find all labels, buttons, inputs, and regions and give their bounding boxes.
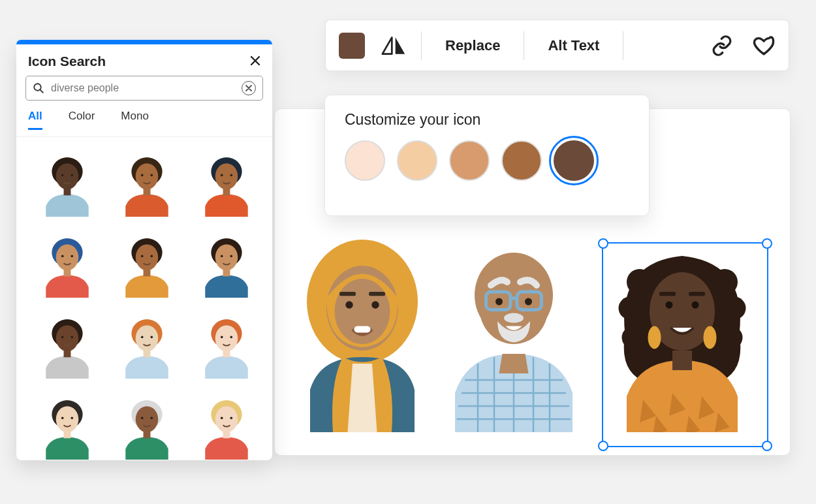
svg-point-75 — [61, 336, 64, 339]
svg-point-59 — [56, 244, 79, 270]
svg-point-95 — [141, 417, 144, 420]
skin-tone-swatch[interactable] — [554, 140, 594, 181]
svg-rect-102 — [223, 431, 230, 438]
filter-tab[interactable]: Color — [69, 110, 95, 130]
svg-point-89 — [56, 406, 79, 432]
filter-tab[interactable]: All — [28, 110, 42, 130]
svg-rect-3 — [339, 292, 356, 296]
link-button[interactable] — [710, 34, 734, 57]
canvas-avatar[interactable] — [281, 236, 444, 432]
svg-point-27 — [619, 297, 642, 320]
customize-title: Customize your icon — [345, 111, 629, 129]
svg-point-84 — [215, 325, 238, 351]
toolbar-divider — [421, 31, 422, 60]
svg-point-55 — [221, 174, 223, 177]
svg-point-6 — [371, 301, 379, 309]
icon-result[interactable] — [114, 313, 180, 379]
icon-result[interactable] — [35, 313, 100, 379]
svg-point-91 — [71, 417, 73, 420]
svg-point-96 — [150, 417, 153, 420]
svg-rect-77 — [64, 350, 71, 357]
svg-rect-4 — [369, 292, 385, 296]
svg-point-69 — [215, 244, 238, 270]
fill-color-button[interactable] — [339, 33, 365, 59]
svg-point-90 — [61, 417, 64, 420]
svg-point-85 — [221, 336, 223, 339]
svg-point-39 — [704, 326, 717, 349]
skin-tone-swatch[interactable] — [397, 140, 437, 181]
icon-result[interactable] — [194, 232, 259, 298]
svg-rect-35 — [689, 292, 705, 296]
svg-point-30 — [720, 326, 743, 349]
svg-point-38 — [648, 326, 661, 349]
svg-point-5 — [345, 301, 353, 309]
alt-text-button[interactable]: Alt Text — [539, 32, 608, 59]
search-field[interactable] — [25, 76, 263, 101]
svg-point-26 — [712, 269, 738, 295]
svg-point-99 — [215, 406, 238, 432]
svg-point-100 — [221, 417, 223, 420]
svg-point-28 — [723, 297, 746, 320]
svg-rect-82 — [144, 350, 151, 357]
clear-search-button[interactable] — [242, 81, 256, 95]
svg-point-70 — [221, 255, 223, 258]
svg-point-54 — [215, 163, 238, 189]
icon-result[interactable] — [114, 394, 180, 460]
svg-rect-97 — [144, 431, 151, 438]
icon-result[interactable] — [194, 394, 259, 460]
icon-result[interactable] — [35, 151, 100, 217]
svg-point-46 — [71, 174, 73, 177]
svg-point-60 — [61, 255, 64, 258]
svg-point-71 — [230, 255, 232, 258]
icon-result[interactable] — [194, 151, 259, 217]
skin-tone-swatch[interactable] — [345, 140, 385, 181]
svg-point-80 — [141, 336, 144, 339]
svg-point-64 — [136, 244, 159, 270]
svg-rect-52 — [144, 188, 151, 195]
flip-horizontal-button[interactable] — [381, 36, 407, 55]
svg-rect-57 — [223, 188, 230, 195]
icon-search-panel: Icon Search AllColorMono — [16, 40, 272, 460]
svg-point-49 — [136, 163, 159, 189]
svg-rect-47 — [64, 188, 71, 195]
svg-point-94 — [136, 406, 159, 432]
svg-point-61 — [71, 255, 73, 258]
replace-button[interactable]: Replace — [436, 32, 509, 59]
svg-point-56 — [230, 174, 232, 177]
svg-point-10 — [495, 298, 503, 306]
filter-tab[interactable]: Mono — [121, 110, 149, 130]
icon-result[interactable] — [194, 313, 259, 379]
svg-point-50 — [141, 174, 144, 177]
icon-result[interactable] — [35, 394, 100, 460]
icon-results-grid — [16, 137, 272, 474]
svg-rect-92 — [64, 431, 71, 438]
canvas-avatar[interactable] — [432, 236, 595, 432]
customize-icon-popup: Customize your icon — [324, 95, 650, 216]
filter-tabs: AllColorMono — [16, 101, 272, 137]
favorite-button[interactable] — [752, 34, 776, 57]
svg-point-36 — [666, 302, 673, 309]
svg-point-66 — [150, 255, 153, 258]
svg-point-29 — [622, 326, 645, 349]
toolbar-divider — [524, 31, 524, 60]
close-icon — [250, 55, 260, 66]
search-icon — [33, 82, 44, 94]
svg-line-42 — [40, 90, 43, 93]
icon-result[interactable] — [114, 151, 180, 217]
search-input[interactable] — [50, 82, 236, 95]
icon-result[interactable] — [114, 232, 180, 298]
skin-tone-swatch[interactable] — [501, 140, 542, 181]
skin-tone-swatch[interactable] — [449, 140, 490, 181]
svg-rect-62 — [64, 269, 71, 276]
panel-title: Icon Search — [28, 54, 106, 69]
close-button[interactable] — [250, 55, 260, 68]
svg-point-44 — [56, 163, 79, 189]
svg-point-37 — [692, 302, 699, 309]
svg-point-76 — [71, 336, 73, 339]
svg-rect-87 — [223, 350, 230, 357]
svg-point-86 — [230, 336, 232, 339]
svg-rect-67 — [144, 269, 151, 276]
toolbar-divider — [623, 31, 623, 60]
icon-result[interactable] — [35, 232, 100, 298]
canvas-avatar[interactable] — [601, 236, 764, 432]
